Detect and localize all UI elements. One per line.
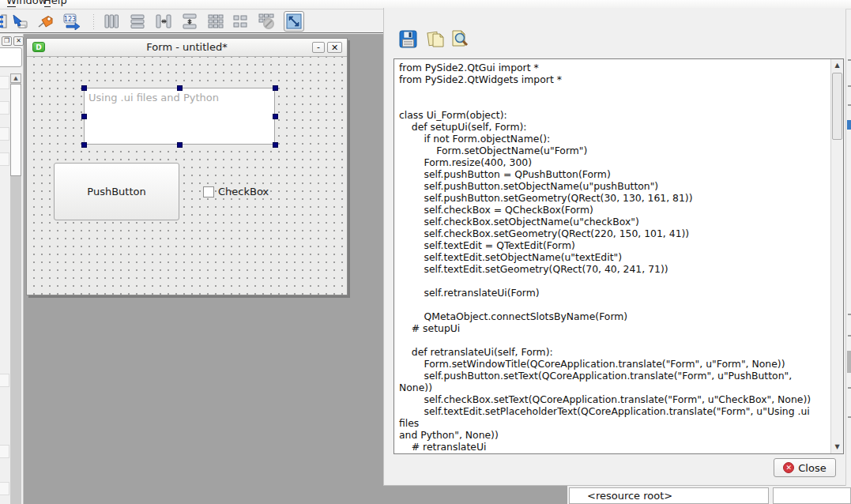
widget-box-item[interactable] <box>0 127 9 141</box>
form-close-button[interactable]: ✕ <box>327 42 342 53</box>
close-button-label: Close <box>798 462 826 474</box>
selection-handle-bottom-center[interactable] <box>177 142 183 148</box>
save-icon <box>398 39 418 51</box>
adjust-size-icon <box>285 13 303 30</box>
layout-vertical-icon <box>129 13 146 30</box>
dock-float-button[interactable]: ❐ <box>2 36 12 46</box>
widget-box-scrollbar[interactable]: ▲ <box>10 73 21 504</box>
scroll-up-icon[interactable]: ▲ <box>10 73 21 83</box>
edit-signals-slots-button[interactable] <box>9 11 30 32</box>
layout-horizontal-button[interactable] <box>101 11 122 32</box>
layout-form-button[interactable] <box>230 11 250 32</box>
form-titlebar[interactable]: D Form - untitled* - ✕ <box>27 39 347 57</box>
menu-help-mnemonic <box>44 6 51 7</box>
layout-vertical-button[interactable] <box>127 11 148 32</box>
property-dock-sliver <box>845 9 851 486</box>
selection-handle-mid-right[interactable] <box>273 114 278 119</box>
code-preview-dialog: from PySide2.QtGui import * from PySide2… <box>383 8 845 486</box>
layout-horizontal-icon <box>103 13 120 30</box>
close-red-icon: ✕ <box>783 462 794 473</box>
widget-box-item[interactable] <box>0 445 9 458</box>
selection-handle-bottom-right[interactable] <box>273 142 278 148</box>
widget-box-item[interactable] <box>0 152 9 166</box>
code-view[interactable]: from PySide2.QtGui import * from PySide2… <box>393 58 844 454</box>
menu-window-mnemonic <box>7 6 16 7</box>
widget-box-item[interactable] <box>0 76 9 89</box>
form-window-title: Form - untitled* <box>27 41 347 53</box>
selection-handle-top-center[interactable] <box>177 85 183 91</box>
menu-help[interactable]: Help <box>43 0 67 6</box>
widget-box-dock: ❐ ✕ ▲ <box>0 34 24 504</box>
resource-browser-side-panel[interactable] <box>773 487 851 504</box>
pushbutton-widget[interactable]: PushButton <box>54 163 179 220</box>
break-layout-button[interactable] <box>256 11 277 32</box>
selection-handle-mid-left[interactable] <box>81 114 87 119</box>
edit-widgets-button[interactable] <box>0 11 9 32</box>
edit-tab-order-button[interactable]: 123 <box>62 11 82 32</box>
checkbox-widget[interactable]: CheckBox <box>203 186 269 197</box>
checkbox-label: CheckBox <box>218 186 269 197</box>
scroll-down-icon[interactable]: ▼ <box>831 441 843 453</box>
edit-buddies-icon <box>37 13 55 30</box>
generated-code[interactable]: from PySide2.QtGui import * from PySide2… <box>394 59 830 454</box>
checkbox-indicator[interactable] <box>203 186 214 197</box>
widget-filter-input[interactable] <box>0 47 22 67</box>
dock-close-button[interactable]: ✕ <box>13 36 24 46</box>
designer-main-window: Window Help 123 <box>0 0 851 504</box>
textedit-widget[interactable]: Using .ui files and Python <box>84 88 275 145</box>
toolbar: 123 <box>0 9 383 33</box>
form-editor-window[interactable]: D Form - untitled* - ✕ Using .ui files a… <box>26 38 348 295</box>
find-icon <box>450 39 470 51</box>
selection-handle-bottom-left[interactable] <box>81 142 87 148</box>
edit-tab-order-icon: 123 <box>63 13 81 30</box>
svg-text:123: 123 <box>63 16 75 23</box>
break-layout-icon <box>258 13 275 30</box>
selected-row-sliver <box>847 120 851 130</box>
layout-splitter-horizontal-button[interactable] <box>153 11 174 32</box>
widget-box-item[interactable] <box>0 374 9 387</box>
resource-root-item[interactable]: <resource root> <box>569 487 769 504</box>
scroll-up-icon[interactable]: ▲ <box>831 59 843 72</box>
edit-buddies-button[interactable] <box>36 11 56 32</box>
find-button[interactable] <box>450 29 469 49</box>
layout-form-icon <box>232 13 249 30</box>
layout-splitter-vertical-icon <box>181 13 198 30</box>
layout-splitter-vertical-button[interactable] <box>179 11 200 32</box>
textedit-placeholder: Using .ui files and Python <box>88 92 219 103</box>
menu-window[interactable]: Window <box>6 0 47 6</box>
form-minimize-button[interactable]: - <box>312 42 325 53</box>
form-canvas[interactable]: Using .ui files and Python PushButton Ch… <box>27 57 347 295</box>
scrollbar-thumb[interactable] <box>10 84 21 176</box>
copy-icon <box>425 39 446 51</box>
edit-signals-slots-icon <box>11 13 28 30</box>
widget-box-item[interactable] <box>0 482 9 495</box>
layout-grid-button[interactable] <box>205 11 226 32</box>
layout-grid-icon <box>207 13 224 30</box>
widget-box-item[interactable] <box>0 101 9 115</box>
copy-button[interactable] <box>425 29 445 49</box>
save-button[interactable] <box>398 29 418 49</box>
layout-splitter-horizontal-icon <box>155 13 172 30</box>
toolbar-separator <box>92 13 95 29</box>
scrollbar-thumb[interactable] <box>832 73 842 140</box>
selection-handle-top-left[interactable] <box>81 85 87 91</box>
close-button[interactable]: ✕ Close <box>774 458 836 477</box>
edit-widgets-icon <box>0 13 8 30</box>
adjust-size-button[interactable] <box>284 11 304 32</box>
code-scrollbar[interactable]: ▲ ▼ <box>830 59 843 453</box>
selection-handle-top-right[interactable] <box>273 85 278 91</box>
